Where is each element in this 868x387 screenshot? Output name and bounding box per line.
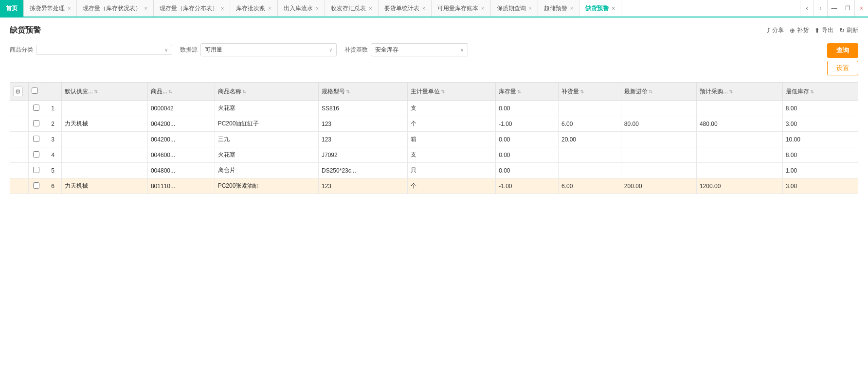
- replenish-button[interactable]: ⊕ 补货: [790, 26, 809, 35]
- data-source-select[interactable]: 可用量 ∨: [200, 43, 337, 56]
- tab-item-10[interactable]: 超储预警×: [538, 0, 579, 17]
- tab-item-1[interactable]: 拣货异常处理×: [24, 0, 77, 17]
- table-row: 4 004600... 火花塞 J7092 支 0.00 8.00: [10, 147, 858, 163]
- th-latest-price-sort-icon[interactable]: ⇅: [649, 89, 652, 94]
- row-checkbox-0[interactable]: [33, 105, 39, 111]
- tab-close-7[interactable]: ×: [422, 5, 425, 11]
- tab-close-4[interactable]: ×: [268, 5, 271, 11]
- tab-item-0[interactable]: 首页: [0, 0, 24, 17]
- category-select[interactable]: ∨: [36, 45, 172, 55]
- row-settings-3: [10, 147, 29, 163]
- tab-item-9[interactable]: 保质期查询×: [491, 0, 538, 17]
- replenish-basis-label: 补货基数: [344, 46, 368, 54]
- tab-close-6[interactable]: ×: [369, 5, 372, 11]
- row-checkbox-cell-3: [29, 147, 44, 163]
- window-restore-button[interactable]: ❐: [841, 0, 854, 17]
- row-min-stock-3: 8.00: [782, 147, 858, 163]
- th-min-stock-sort-icon[interactable]: ⇅: [810, 89, 814, 94]
- th-supplier-sort-icon[interactable]: ⇅: [94, 89, 98, 94]
- window-close-button[interactable]: ×: [854, 0, 868, 17]
- column-settings-icon[interactable]: ⚙: [13, 87, 23, 96]
- tab-label-1: 拣货异常处理: [30, 4, 65, 13]
- select-all-checkbox[interactable]: [32, 88, 38, 94]
- tab-close-5[interactable]: ×: [316, 5, 319, 11]
- row-stock-1: -1.00: [496, 116, 559, 132]
- row-supplier-1: 力天机械: [62, 116, 148, 132]
- row-latest-price-5: 200.00: [621, 178, 696, 194]
- row-item-name-5: PC200张紧油缸: [215, 178, 318, 194]
- row-min-stock-2: 10.00: [782, 132, 858, 147]
- row-checkbox-5[interactable]: [33, 182, 39, 189]
- th-item-code-sort-icon[interactable]: ⇅: [168, 89, 172, 94]
- row-item-code-5: 801110...: [147, 178, 215, 194]
- category-filter-group: 商品分类 ∨: [10, 45, 172, 55]
- th-replenish-sort-icon[interactable]: ⇅: [580, 89, 584, 94]
- tab-item-8[interactable]: 可用量库存账本×: [432, 0, 490, 17]
- row-unit-3: 支: [407, 147, 495, 163]
- tab-item-5[interactable]: 出入库流水×: [278, 0, 325, 17]
- row-replenish-1: 6.00: [559, 116, 621, 132]
- th-estimated-purchase-sort-icon[interactable]: ⇅: [729, 89, 733, 94]
- th-item-name-sort-icon[interactable]: ⇅: [242, 89, 246, 94]
- tab-item-11[interactable]: 缺货预警×: [579, 0, 621, 17]
- tab-item-4[interactable]: 库存批次账×: [230, 0, 277, 17]
- data-source-chevron-icon: ∨: [329, 47, 332, 53]
- tab-close-10[interactable]: ×: [570, 5, 573, 11]
- th-unit-sort-icon[interactable]: ⇅: [441, 89, 445, 94]
- row-replenish-5: 6.00: [559, 178, 621, 194]
- row-replenish-2: 20.00: [559, 132, 621, 147]
- row-checkbox-4[interactable]: [33, 167, 39, 173]
- tab-item-2[interactable]: 现存量（库存状况表）×: [77, 0, 153, 17]
- table-row: 2 力天机械 004200... PC200油缸缸子 123 个 -1.00 6…: [10, 116, 858, 132]
- th-item-code-label: 商品...: [151, 88, 167, 96]
- tab-close-9[interactable]: ×: [529, 5, 532, 11]
- tab-close-2[interactable]: ×: [144, 5, 147, 11]
- row-latest-price-0: [621, 101, 696, 116]
- tab-label-7: 要货单统计表: [384, 4, 419, 13]
- row-supplier-5: 力天机械: [62, 178, 148, 194]
- tab-item-3[interactable]: 现存量（库存分布表）×: [154, 0, 230, 17]
- tab-close-3[interactable]: ×: [221, 5, 224, 11]
- tab-item-6[interactable]: 收发存汇总表×: [325, 0, 378, 17]
- tab-close-11[interactable]: ×: [612, 5, 615, 11]
- tab-label-5: 出入库流水: [284, 4, 313, 13]
- export-icon: ⬆: [814, 27, 820, 34]
- tab-label-11: 缺货预警: [585, 4, 609, 13]
- tab-label-3: 现存量（库存分布表）: [160, 4, 218, 13]
- tab-close-8[interactable]: ×: [481, 5, 484, 11]
- row-min-stock-5: 3.00: [782, 178, 858, 194]
- th-item-name-label: 商品名称: [218, 88, 241, 96]
- row-unit-5: 个: [407, 178, 495, 194]
- tab-prev-button[interactable]: ‹: [800, 0, 814, 17]
- row-checkbox-1[interactable]: [33, 120, 39, 126]
- refresh-button[interactable]: ↻ 刷新: [839, 26, 858, 35]
- row-checkbox-3[interactable]: [33, 151, 39, 158]
- tab-item-7[interactable]: 要货单统计表×: [379, 0, 432, 17]
- th-spec-sort-icon[interactable]: ⇅: [346, 89, 350, 94]
- row-stock-5: -1.00: [496, 178, 559, 194]
- window-minimize-button[interactable]: —: [827, 0, 841, 17]
- row-estimated-purchase-2: [696, 132, 782, 147]
- query-button[interactable]: 查询: [827, 43, 858, 58]
- tab-close-1[interactable]: ×: [68, 5, 71, 11]
- header-actions: ⤴ 分享 ⊕ 补货 ⬆ 导出 ↻ 刷新: [767, 26, 858, 35]
- row-item-name-0: 火花塞: [215, 101, 318, 116]
- row-supplier-2: [62, 132, 148, 147]
- row-spec-0: SS816: [319, 101, 408, 116]
- tab-nav-buttons: ‹ › — ❐ ×: [800, 0, 868, 17]
- th-stock-sort-icon[interactable]: ⇅: [517, 89, 521, 94]
- th-min-stock-label: 最低库存: [786, 88, 809, 96]
- th-min-stock: 最低库存 ⇅: [782, 83, 858, 101]
- row-settings-2: [10, 132, 29, 147]
- row-stock-3: 0.00: [496, 147, 559, 163]
- row-item-code-3: 004600...: [147, 147, 215, 163]
- settings-button[interactable]: 设置: [827, 61, 858, 75]
- row-spec-4: DS250*23c...: [319, 163, 408, 178]
- export-button[interactable]: ⬆ 导出: [814, 26, 833, 35]
- row-checkbox-2[interactable]: [33, 136, 39, 142]
- replenish-basis-select[interactable]: 安全库存 ∨: [371, 43, 468, 56]
- share-button[interactable]: ⤴ 分享: [767, 26, 784, 35]
- th-item-name: 商品名称 ⇅: [215, 83, 318, 101]
- tab-next-button[interactable]: ›: [814, 0, 827, 17]
- row-latest-price-3: [621, 147, 696, 163]
